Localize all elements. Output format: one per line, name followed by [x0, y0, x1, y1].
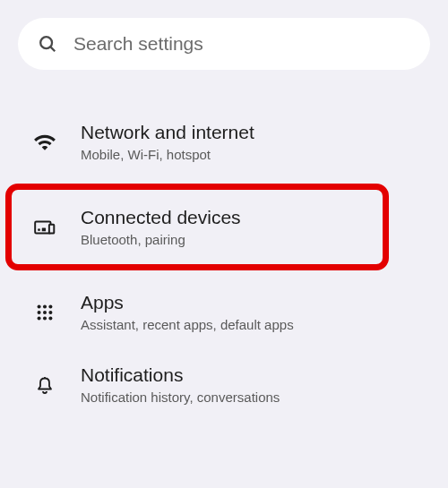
- item-text: Notifications Notification history, conv…: [81, 364, 280, 405]
- item-title: Notifications: [81, 364, 280, 386]
- search-placeholder: Search settings: [73, 33, 203, 55]
- item-text: Apps Assistant, recent apps, default app…: [81, 292, 294, 332]
- apps-icon: [32, 300, 57, 325]
- svg-point-11: [48, 310, 52, 313]
- settings-list: Network and internet Mobile, Wi-Fi, hots…: [0, 79, 448, 421]
- svg-point-8: [48, 304, 52, 308]
- svg-rect-5: [42, 227, 46, 231]
- bell-icon: [32, 372, 57, 398]
- search-icon: [38, 34, 57, 54]
- item-text: Network and internet Mobile, Wi-Fi, hots…: [81, 122, 254, 162]
- svg-point-10: [43, 310, 47, 313]
- svg-point-12: [38, 316, 41, 320]
- item-subtitle: Bluetooth, pairing: [81, 232, 241, 247]
- settings-item-notifications[interactable]: Notifications Notification history, conv…: [0, 348, 448, 421]
- item-title: Apps: [81, 292, 294, 313]
- svg-point-7: [43, 304, 47, 308]
- svg-rect-3: [49, 224, 54, 233]
- item-title: Connected devices: [81, 207, 241, 228]
- item-text: Connected devices Bluetooth, pairing: [81, 207, 241, 247]
- svg-line-1: [51, 47, 56, 52]
- search-bar[interactable]: Search settings: [18, 18, 430, 70]
- item-subtitle: Notification history, conversations: [81, 390, 280, 405]
- svg-point-9: [38, 310, 41, 313]
- svg-point-6: [38, 304, 41, 308]
- settings-item-network[interactable]: Network and internet Mobile, Wi-Fi, hots…: [0, 106, 448, 178]
- settings-item-apps[interactable]: Apps Assistant, recent apps, default app…: [0, 276, 448, 348]
- svg-point-4: [38, 228, 40, 231]
- item-subtitle: Mobile, Wi-Fi, hotspot: [81, 147, 254, 162]
- settings-item-connected-devices[interactable]: Connected devices Bluetooth, pairing: [0, 191, 448, 263]
- item-subtitle: Assistant, recent apps, default apps: [81, 317, 294, 332]
- svg-point-13: [43, 316, 47, 320]
- svg-point-14: [48, 316, 52, 320]
- item-title: Network and internet: [81, 122, 254, 143]
- wifi-icon: [32, 130, 57, 155]
- svg-point-0: [40, 37, 52, 48]
- devices-icon: [32, 215, 57, 240]
